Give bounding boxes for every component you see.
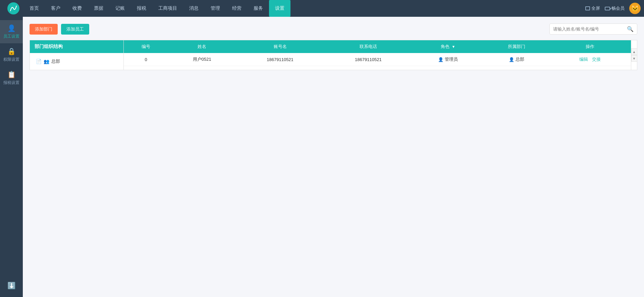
nav-item-message[interactable]: 消息 — [183, 0, 205, 17]
action-edit-link[interactable]: 编辑 — [579, 57, 588, 62]
sidebar-bottom: ⬇️ — [0, 278, 23, 297]
col-phone: 联系电话 — [324, 40, 412, 53]
main-content: 添加部门 添加员工 🔍 部门组织结构 📄 👥 总部 — [23, 17, 644, 297]
content-area: 部门组织结构 📄 👥 总部 编号 姓名 账号名 联系电话 — [30, 40, 637, 70]
toolbar: 添加部门 添加员工 🔍 — [30, 23, 637, 35]
add-emp-button[interactable]: 添加员工 — [61, 24, 89, 35]
nav-item-settings[interactable]: 设置 — [269, 0, 290, 17]
col-role[interactable]: 角色 ▼ — [412, 40, 484, 53]
scroll-up-button[interactable]: ▲ — [631, 48, 637, 55]
cell-actions: 编辑 交接 — [549, 53, 631, 66]
nav-item-fee[interactable]: 收费 — [66, 0, 88, 17]
scroll-down-button[interactable]: ▼ — [631, 55, 637, 62]
table-row: 0 用户0521 18679110521 18679110521 👤 管理员 👤… — [124, 53, 631, 66]
role-label: 管理员 — [445, 56, 458, 62]
vip-label: 畅会员 — [611, 5, 625, 11]
col-dept: 所属部门 — [484, 40, 549, 53]
vip-button[interactable]: 畅会员 — [605, 5, 625, 11]
nav-item-tax[interactable]: 报税 — [131, 0, 152, 17]
download-icon: ⬇️ — [7, 282, 16, 290]
avatar[interactable]: 🐱 — [629, 3, 641, 14]
cell-dept: 👤 总部 — [484, 53, 549, 66]
sidebar-item-tax-settings[interactable]: 📋 报税设置 — [0, 66, 23, 90]
dept-user-icon: 👥 — [44, 59, 49, 64]
cell-phone: 18679110521 — [324, 53, 412, 66]
search-icon: 🔍 — [627, 26, 634, 32]
dept-panel: 部门组织结构 📄 👥 总部 — [30, 40, 124, 70]
nav-item-accounting[interactable]: 记账 — [109, 0, 131, 17]
nav-right: 全屏 畅会员 🐱 — [585, 3, 641, 14]
dept-item-label: 总部 — [51, 58, 60, 64]
nav-item-service[interactable]: 服务 — [248, 0, 269, 17]
col-role-label: 角色 — [441, 44, 449, 49]
dept-panel-header: 部门组织结构 — [30, 40, 123, 53]
table-body: 0 用户0521 18679110521 18679110521 👤 管理员 👤… — [124, 53, 631, 66]
employee-icon: 👤 — [7, 24, 16, 32]
role-user-icon: 👤 — [438, 57, 443, 62]
dept-user-icon: 👤 — [509, 57, 514, 62]
search-input[interactable] — [550, 24, 624, 34]
nav-item-manage[interactable]: 管理 — [205, 0, 226, 17]
nav-item-customer[interactable]: 客户 — [45, 0, 66, 17]
nav-item-home[interactable]: 首页 — [23, 0, 45, 17]
fullscreen-button[interactable]: 全屏 — [585, 5, 600, 11]
tax-settings-icon: 📋 — [7, 70, 16, 79]
cell-id: 0 — [124, 53, 168, 66]
file-icon: 📄 — [36, 59, 42, 64]
sidebar-item-download[interactable]: ⬇️ — [0, 278, 23, 294]
dept-item-general[interactable]: 📄 👥 总部 — [35, 56, 119, 66]
permission-icon: 🔒 — [7, 47, 16, 55]
dept-label: 总部 — [516, 56, 524, 62]
cell-name: 用户0521 — [168, 53, 236, 66]
nav-item-ticket[interactable]: 票据 — [88, 0, 109, 17]
sidebar-item-permission-label: 权限设置 — [3, 57, 19, 62]
search-button[interactable]: 🔍 — [624, 24, 637, 34]
nav-item-operation[interactable]: 经营 — [226, 0, 248, 17]
scroll-buttons: ▲ ▼ — [631, 40, 637, 70]
logo — [3, 2, 23, 14]
nav-items: 首页 客户 收费 票据 记账 报税 工商项目 消息 管理 经营 服务 设置 — [23, 0, 585, 17]
search-box: 🔍 — [549, 23, 637, 35]
top-nav: 首页 客户 收费 票据 记账 报税 工商项目 消息 管理 经营 服务 设置 全屏… — [0, 0, 644, 17]
table-panel: 编号 姓名 账号名 联系电话 角色 ▼ 所属部门 操作 0 — [124, 40, 631, 70]
col-account: 账号名 — [236, 40, 324, 53]
cell-role: 👤 管理员 — [412, 53, 484, 66]
sidebar: 👤 员工设置 🔒 权限设置 📋 报税设置 ⬇️ — [0, 17, 23, 297]
table-header: 编号 姓名 账号名 联系电话 角色 ▼ 所属部门 操作 — [124, 40, 631, 53]
dept-tree: 📄 👥 总部 — [30, 53, 123, 70]
sidebar-item-permission[interactable]: 🔒 权限设置 — [0, 43, 23, 66]
filter-icon: ▼ — [451, 45, 455, 49]
cell-account: 18679110521 — [236, 53, 324, 66]
nav-item-business[interactable]: 工商项目 — [152, 0, 183, 17]
fullscreen-label: 全屏 — [591, 5, 600, 11]
employee-table: 编号 姓名 账号名 联系电话 角色 ▼ 所属部门 操作 0 — [124, 40, 631, 66]
col-name: 姓名 — [168, 40, 236, 53]
col-id: 编号 — [124, 40, 168, 53]
fullscreen-icon — [585, 6, 590, 10]
sidebar-item-employee-label: 员工设置 — [3, 34, 19, 39]
sidebar-item-employee[interactable]: 👤 员工设置 — [0, 20, 23, 43]
col-action: 操作 — [549, 40, 631, 53]
vip-icon — [605, 7, 610, 10]
sidebar-item-tax-label: 报税设置 — [3, 80, 19, 86]
add-dept-button[interactable]: 添加部门 — [30, 24, 58, 35]
action-handover-link[interactable]: 交接 — [592, 57, 601, 62]
